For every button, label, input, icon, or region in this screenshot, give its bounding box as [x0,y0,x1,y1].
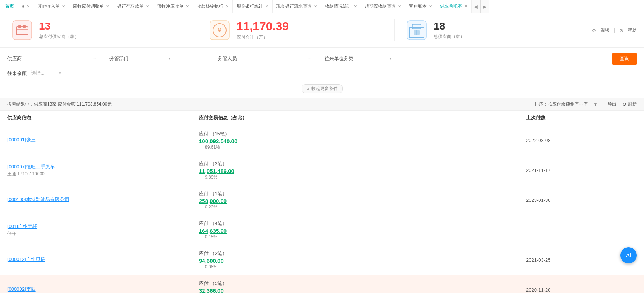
nav-tab-receipt-verify[interactable]: 收款核销执行 ✕ [193,0,233,13]
nav-scroll-right[interactable]: ▶ [480,0,489,13]
supplier-info-3: [001]广州荣轩 仔仔 [7,223,199,237]
refresh-label: 刷新 [628,101,637,107]
nav-tab-customer-book[interactable]: 客户账本 ✕ [405,0,436,13]
dept-filter-select[interactable]: ▼ [131,55,204,62]
collapse-label: 收起更多条件 [311,86,338,92]
nav-tab-receipt-verify-label: 收款核销执行 [197,3,223,10]
nav-tab-bank-deposit-label: 银行存取款单 [117,3,144,10]
person-filter-input[interactable] [239,54,305,63]
nav-tab-supplier-book[interactable]: 供应商账本 ✕ [436,0,472,13]
payable-count-5: （5笔） [210,280,227,286]
nav-tab-other-income[interactable]: 其他收入单 ✕ [34,0,69,13]
results-summary: 搜索结果中，供应商13家 应付金额 111,703,854.00元 [7,101,112,107]
payable-total-icon: ¥ [209,19,231,41]
export-label: 导出 [608,101,616,107]
close-icon[interactable]: ✕ [464,4,468,8]
main-content: 13 总应付供应商（家） ¥ 11,170.39 应付合计（万） [0,13,644,293]
supplier-name-2: [000100]本特勒油品有限公司 [7,197,69,202]
supplier-info-0: [000001]张三 [7,137,199,144]
payable-info-0: 应付 （15笔） 100,092,540.00 89.61% [199,131,526,150]
nav-tab-cash-bank-stat[interactable]: 现金银行统计 ✕ [233,0,273,13]
close-icon[interactable]: ✕ [398,4,401,9]
nav-tab-home-label: 首页 [5,3,14,10]
nav-scroll-left[interactable]: ◀ [472,0,480,13]
supplier-link-1[interactable]: [000007]恒旺二手叉车 [7,163,199,170]
payable-count-3: （4笔） [210,221,227,226]
payable-info-3: 应付 （4笔） 164,635.90 0.15% [199,220,526,239]
table-row: [000002]李四 应付 （5笔） 32,366.00 0.03% 2020-… [0,275,644,293]
nav-tab-prepay-ar[interactable]: 预收冲应收单 ✕ [153,0,193,13]
balance-filter-select[interactable]: 选择... ▼ [29,68,88,78]
help-link[interactable]: 帮助 [628,27,637,34]
supplier-filter-dots[interactable]: ··· [92,56,96,61]
table-row: [000012]广州贝瑞 应付 （2笔） 94,600.00 0.08% 202… [0,245,644,275]
nav-tab-receipt-stat[interactable]: 收款情况统计 ✕ [321,0,361,13]
payable-amount-0[interactable]: 100,092,540.00 [199,138,526,144]
close-icon[interactable]: ✕ [354,4,357,9]
sort-label[interactable]: 排序：按应付余额倒序排序 [535,101,588,107]
supplier-link-0[interactable]: [000001]张三 [7,137,199,143]
supplier-link-4[interactable]: [000012]广州贝瑞 [7,256,199,263]
close-icon[interactable]: ✕ [265,4,269,9]
stat-label-suppliers-payable: 总应付供应商（家） [39,34,79,40]
help-circle-icon: ⊙ [619,28,623,33]
refresh-icon: ↻ [622,101,626,107]
nav-tab-home[interactable]: 首页 [1,0,18,13]
last-pay-date-2: 2023-01-30 [526,197,551,203]
payable-pct-4: 0.08% [205,264,217,269]
nav-tab-other-income-label: 其他收入单 [38,3,60,10]
close-icon[interactable]: ✕ [186,4,189,9]
supplier-link-5[interactable]: [000002]李四 [7,286,199,293]
close-icon[interactable]: ✕ [62,4,65,9]
ai-button[interactable]: Ai [620,247,637,263]
results-bar: 搜索结果中，供应商13家 应付金额 111,703,854.00元 排序：按应付… [0,98,644,111]
last-pay-2: 2023-01-30 [526,197,637,203]
close-icon[interactable]: ✕ [27,4,30,9]
payable-amount-3[interactable]: 164,635.90 [199,228,526,234]
person-filter-dots[interactable]: ··· [308,56,311,61]
close-icon[interactable]: ✕ [106,4,109,9]
payable-amount-2[interactable]: 258,000.00 [199,198,526,204]
collapse-button[interactable]: ∧ 收起更多条件 [302,84,343,93]
refresh-button[interactable]: ↻ 刷新 [622,101,637,107]
svg-text:¥: ¥ [218,27,221,33]
query-button[interactable]: 查询 [612,53,637,65]
video-link[interactable]: 视频 [601,27,609,34]
export-icon: ↑ [604,101,606,107]
nav-tab-bank-deposit[interactable]: 银行存取款单 ✕ [113,0,153,13]
last-pay-4: 2021-03-25 [526,257,637,263]
filter-item-balance: 往来余额 选择... ▼ [7,68,88,78]
payable-info-4: 应付 （2笔） 94,600.00 0.08% [199,250,526,269]
supplier-link-3[interactable]: [001]广州荣轩 [7,223,199,230]
payable-amount-1[interactable]: 11,051,486.00 [199,168,526,174]
col-header-lastpay: 上次付数 [526,114,637,121]
table-header: 供应商信息 应付交易信息（占比） 上次付数 [0,111,644,125]
supplier-filter-input[interactable] [24,54,90,63]
payable-label-5: 应付 [199,280,209,286]
nav-tab-cash-bank-stat-label: 现金银行统计 [237,3,263,10]
close-icon[interactable]: ✕ [225,4,229,9]
close-icon[interactable]: ✕ [314,4,317,9]
category-filter-select[interactable]: ▼ [356,55,422,62]
payable-amount-5[interactable]: 32,366.00 [199,287,526,293]
nav-tab-overdue-ar[interactable]: 超期应收款查询 ✕ [361,0,405,13]
payable-label-4: 应付 [199,251,209,256]
close-icon[interactable]: ✕ [146,4,149,9]
nav-tab-3[interactable]: 3 ✕ [18,0,34,13]
table-scroll[interactable]: [000001]张三 应付 （15笔） 100,092,540.00 89.61… [0,125,644,293]
last-pay-date-0: 2022-08-08 [526,138,551,143]
stat-number-total-suppliers: 18 [434,21,465,32]
supplier-filter-label: 供应商 [7,55,22,62]
supplier-name-3: [001]广州荣轩 [7,224,37,229]
close-icon[interactable]: ✕ [429,4,432,9]
payable-pct-1: 9.89% [205,175,217,180]
stat-card-suppliers-payable: 13 总应付供应商（家） [0,19,197,41]
export-button[interactable]: ↑ 导出 [604,101,617,107]
svg-rect-3 [23,25,26,28]
supplier-link-2[interactable]: [000100]本特勒油品有限公司 [7,196,199,203]
nav-tab-cash-bank-flow[interactable]: 现金银行流水查询 ✕ [273,0,321,13]
payable-amount-4[interactable]: 94,600.00 [199,258,526,264]
filter-item-category: 往来单位分类 ▼ [325,55,422,62]
nav-tab-ar-ap-adjust[interactable]: 应收应付调整单 ✕ [69,0,113,13]
supplier-name-4: [000012]广州贝瑞 [7,256,45,262]
